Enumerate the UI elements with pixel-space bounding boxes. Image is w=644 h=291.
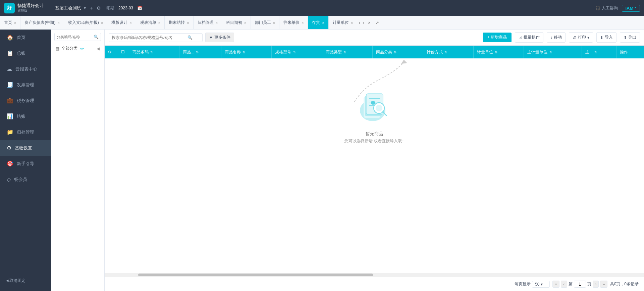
archive-icon: 📁 [7,129,13,135]
edit-category-icon[interactable]: ✏ [80,46,84,51]
sidebar-item-reports[interactable]: ☁ 云报表中心 [0,61,51,77]
sort-icon[interactable]: ⇅ [444,50,447,54]
category-search-box[interactable]: 🔍 [54,33,101,41]
sidebar-item-ledger[interactable]: 📋 总账 [0,45,51,61]
sidebar-label: 新手引导 [17,161,34,167]
export-btn[interactable]: ⬆ 导出 [620,32,640,43]
sort-icon[interactable]: ⇅ [293,50,296,54]
tab-close-icon[interactable]: × [273,21,275,25]
sort-icon[interactable]: ⇅ [150,50,153,54]
move-label: 移动 [554,35,562,40]
tab-close-icon[interactable]: × [187,21,189,25]
first-page-btn[interactable]: « [552,281,559,288]
batch-ops-btn[interactable]: ☑ 批量操作 [515,32,543,43]
sidebar-item-close[interactable]: 📊 结账 [0,108,51,124]
next-page-btn[interactable]: › [593,281,599,288]
tab-close-icon[interactable]: × [302,21,304,25]
tab-存货[interactable]: 存货 × [308,16,328,30]
sort-icon[interactable]: ⇅ [196,50,199,54]
sidebar-item-archive[interactable]: 📁 归档管理 [0,124,51,140]
all-category-item[interactable]: ▦ 全部分类 ✏ ◀ [54,44,101,53]
tab-close-all-btn[interactable]: × [365,20,373,25]
tab-期末结转[interactable]: 期末结转 × [165,16,193,30]
search-submit-icon[interactable]: 🔍 [187,35,193,40]
content-wrapper: 🔍 ▦ 全部分类 ✏ ◀ 🔍 ▼ [51,30,644,291]
page-size-dropdown[interactable]: 50 ▾ [532,281,550,288]
batch-label: 批量操作 [524,35,540,40]
tab-expand-btn[interactable]: ⤢ [373,20,382,25]
main-content: 🏠 首页 📋 总账 ☁ 云报表中心 🧾 发票管理 💼 税务管理 📊 结账 📁 归… [0,30,644,291]
sort-icon[interactable]: ⇅ [495,50,497,54]
dropdown-icon[interactable]: ▾ [84,6,86,10]
tab-close-icon[interactable]: × [244,21,246,25]
unpin-btn[interactable]: ◄取消固定 [0,275,51,287]
human-service-btn[interactable]: 🎧 人工咨询 [595,5,618,11]
tab-close-icon[interactable]: × [322,21,324,25]
sort-icon[interactable]: ⇅ [343,50,346,54]
tab-next-btn[interactable]: › [361,20,365,25]
tab-收入支出表[interactable]: 收入支出表(年报) × [64,16,107,30]
page-size-select[interactable]: 每页显示 50 ▾ [515,281,550,288]
tab-prev-btn[interactable]: ‹ [357,20,361,25]
settings-icon: ⚙ [7,145,11,151]
tab-close-icon[interactable]: × [129,21,131,25]
calendar-icon[interactable]: 📅 [137,6,142,10]
sort-icon[interactable]: ⇅ [594,50,597,54]
tab-close-icon[interactable]: × [101,21,103,25]
prev-page-btn[interactable]: ‹ [561,281,567,288]
sidebar-item-member[interactable]: ◇ 畅会员 [0,172,51,187]
tab-部门员工[interactable]: 部门员工 × [251,16,279,30]
print-btn[interactable]: 🖨 打印 ▾ [569,32,593,43]
tab-close-icon[interactable]: × [351,21,353,25]
tab-往来单位[interactable]: 往来单位 × [279,16,308,30]
settings-icon[interactable]: ⚙ [97,5,101,11]
th-settings[interactable]: ⚙ [105,46,117,58]
org-name[interactable]: 基层工会测试 [55,5,81,11]
last-page-btn[interactable]: » [600,281,607,288]
tab-归档管理[interactable]: 归档管理 × [194,16,222,30]
tab-label: 归档管理 [198,20,214,26]
tab-label: 模版设计 [111,20,127,26]
sidebar-item-tax[interactable]: 💼 税务管理 [0,93,51,108]
tab-close-icon[interactable]: × [158,21,160,25]
tab-资产负债表[interactable]: 资产负债表(中期) × [20,16,64,30]
tab-科目期初[interactable]: 科目期初 × [222,16,251,30]
tab-税表清单[interactable]: 税表清单 × [136,16,165,30]
left-panel: 🔍 ▦ 全部分类 ✏ ◀ [51,30,105,291]
sidebar-item-basic-settings[interactable]: ⚙ 基础设置 [0,140,51,156]
product-search-box[interactable]: 🔍 [109,33,203,42]
sidebar-label: 发票管理 [17,82,34,88]
move-btn[interactable]: ↕ 移动 [547,32,566,43]
tab-close-icon[interactable]: × [57,21,59,25]
iam-badge[interactable]: iAM * [622,5,640,12]
tab-首页[interactable]: 首页 × [0,16,20,30]
tab-模版设计[interactable]: 模版设计 × [107,16,136,30]
th-checkbox[interactable]: ☐ [117,46,129,58]
tab-计量单位[interactable]: 计量单位 × [329,16,357,30]
export-label: 导出 [628,35,636,40]
add-product-btn[interactable]: + 新增商品 [483,33,512,42]
sort-icon[interactable]: ⇅ [549,50,552,54]
page-number-input[interactable] [574,281,586,288]
add-org-icon[interactable]: ＋ [89,5,94,12]
category-search-input[interactable] [57,35,94,39]
sidebar-item-invoice[interactable]: 🧾 发票管理 [0,77,51,93]
horizontal-scrollbar[interactable] [105,273,644,277]
sort-icon[interactable]: ⇅ [243,50,245,54]
product-search-input[interactable] [112,35,185,40]
sort-icon[interactable]: ⇅ [394,50,396,54]
import-btn[interactable]: ⬇ 导入 [596,32,616,43]
filter-icon: ▼ [209,35,213,40]
tab-close-icon[interactable]: × [14,21,16,25]
sidebar-item-guide[interactable]: 🎯 新手引导 [0,156,51,172]
scrollbar-thumb[interactable] [138,274,373,276]
collapse-icon[interactable]: ◀ [97,46,100,51]
th-category: 商品分类 ⇅ [373,46,423,58]
th-main2-label: 主... [585,50,593,54]
more-filter-btn[interactable]: ▼ 更多条件 [205,33,234,42]
th-barcode: 商品条码 ⇅ [129,46,179,58]
tab-label: 往来单位 [283,20,300,26]
tab-close-icon[interactable]: × [216,21,218,25]
sidebar-label: 畅会员 [14,177,27,183]
sidebar-item-home[interactable]: 🏠 首页 [0,30,51,45]
